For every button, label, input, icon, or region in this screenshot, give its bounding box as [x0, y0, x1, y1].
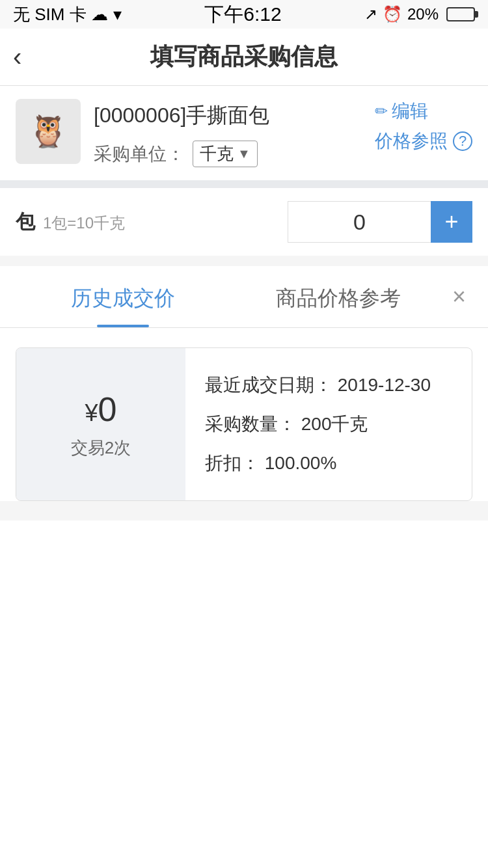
quantity-input[interactable] [288, 201, 431, 243]
status-time: 下午6:12 [204, 1, 281, 28]
recent-date-value: 2019-12-30 [338, 375, 431, 395]
recent-date-label: 最近成交日期： [205, 375, 332, 395]
quantity-label-group: 包 1包=10千克 [16, 209, 125, 236]
quantity-input-group: + [288, 201, 472, 243]
status-left: 无 SIM 卡 ☁ ▾ [13, 3, 122, 26]
bottom-panel: 历史成交价 商品价格参考 × ¥0 交易2次 最近成交日期： 2019-12-3… [0, 266, 488, 501]
panel-close-button[interactable]: × [446, 277, 472, 317]
product-right-actions: ✏ 编辑 价格参照 ? [375, 99, 472, 154]
price-ref-help-icon[interactable]: ? [453, 131, 472, 151]
tab-history-price[interactable]: 历史成交价 [16, 266, 230, 327]
alarm-icon: ⏰ [383, 5, 402, 23]
page-title: 填写商品采购信息 [150, 41, 338, 73]
empty-content-area [0, 521, 488, 868]
tab-active-indicator [97, 325, 149, 327]
history-discount: 折扣： 100.00% [205, 450, 452, 477]
history-recent-date: 最近成交日期： 2019-12-30 [205, 372, 452, 399]
edit-button[interactable]: ✏ 编辑 [375, 99, 472, 124]
battery-icon [446, 7, 475, 21]
unit-dropdown-arrow: ▼ [237, 146, 251, 161]
status-bar: 无 SIM 卡 ☁ ▾ 下午6:12 ↗ ⏰ 20% [0, 0, 488, 29]
product-header: 🦉 [0000006]手撕面包 采购单位： 千克 ▼ ✏ 编辑 [16, 99, 472, 167]
tab-history-label: 历史成交价 [71, 286, 175, 310]
unit-value: 千克 [200, 142, 234, 165]
price-reference-row: 价格参照 ? [375, 129, 472, 154]
tab-product-price-ref[interactable]: 商品价格参考 [230, 266, 445, 327]
history-card: ¥0 交易2次 最近成交日期： 2019-12-30 采购数量： 200千克 折… [16, 347, 472, 501]
location-icon: ↗ [364, 5, 377, 23]
tab-price-ref-label: 商品价格参考 [276, 286, 401, 310]
quantity-row: 包 1包=10千克 + [0, 188, 488, 256]
quantity-sub-label: 1包=10千克 [43, 213, 125, 234]
tab-bar: 历史成交价 商品价格参考 × [0, 266, 488, 328]
history-price-panel: ¥0 交易2次 [16, 348, 185, 500]
wifi-icon: ▾ [113, 5, 122, 25]
edit-label: 编辑 [392, 99, 428, 124]
history-price-value: ¥0 [85, 390, 117, 429]
product-thumbnail: 🦉 [16, 99, 81, 164]
unit-selector[interactable]: 千克 ▼ [193, 141, 258, 167]
edit-icon: ✏ [375, 102, 388, 120]
quantity-unit-label: 包 [16, 209, 35, 236]
product-left: 🦉 [0000006]手撕面包 采购单位： 千克 ▼ [16, 99, 269, 167]
product-info: [0000006]手撕面包 采购单位： 千克 ▼ [94, 99, 269, 167]
product-image-icon: 🦉 [29, 113, 68, 150]
price-ref-label[interactable]: 价格参照 [375, 129, 448, 154]
history-details-panel: 最近成交日期： 2019-12-30 采购数量： 200千克 折扣： 100.0… [185, 348, 472, 500]
status-right: ↗ ⏰ 20% [364, 5, 475, 23]
back-button[interactable]: ‹ [13, 36, 28, 78]
discount-label: 折扣： [205, 453, 260, 473]
product-card: 🦉 [0000006]手撕面包 采购单位： 千克 ▼ ✏ 编辑 [0, 86, 488, 180]
sim-label: 无 SIM 卡 ☁ [13, 3, 108, 26]
section-divider [0, 180, 488, 188]
product-name: [0000006]手撕面包 [94, 102, 269, 130]
purchase-qty-label: 采购数量： [205, 414, 296, 434]
discount-value: 100.00% [265, 453, 337, 473]
quantity-plus-button[interactable]: + [431, 201, 472, 243]
battery-percent: 20% [407, 5, 439, 23]
purchase-qty-value: 200千克 [301, 414, 368, 434]
nav-bar: ‹ 填写商品采购信息 [0, 29, 488, 86]
history-purchase-qty: 采购数量： 200千克 [205, 411, 452, 438]
currency-symbol: ¥ [85, 400, 98, 426]
purchase-unit-label: 采购单位： [94, 142, 185, 167]
purchase-unit-row: 采购单位： 千克 ▼ [94, 141, 269, 167]
history-trade-count: 交易2次 [71, 437, 131, 459]
